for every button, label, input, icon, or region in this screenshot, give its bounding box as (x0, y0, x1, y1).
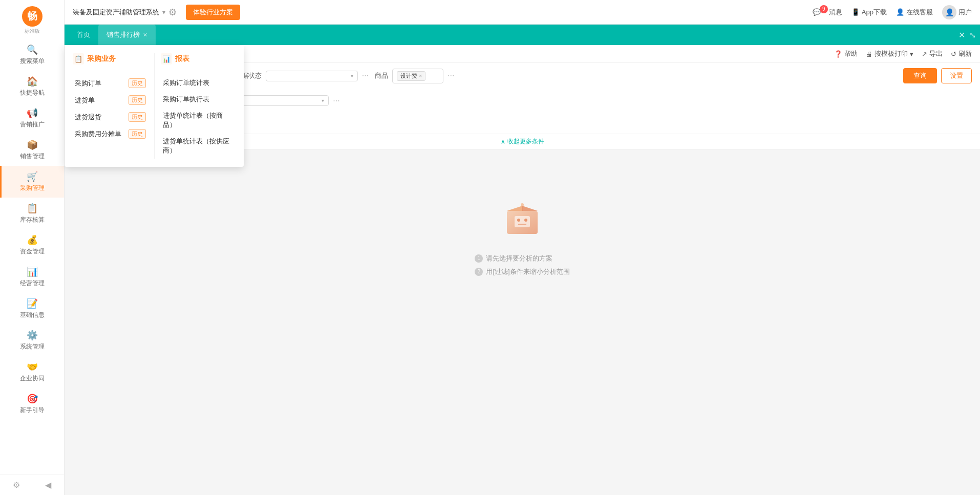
toolbar-print[interactable]: 🖨 按模板打印 ▾ (866, 49, 913, 58)
tab-home[interactable]: 首页 (69, 25, 98, 45)
dropdown-item-inbound-stats-goods[interactable]: 进货单统计表（按商品） (161, 107, 236, 133)
doc-status-caret: ▾ (351, 73, 353, 79)
topbar-message[interactable]: 💬 9 消息 (813, 8, 842, 17)
dropdown-divider (154, 53, 155, 159)
sidebar-item-quicknav-label: 快捷导航 (20, 89, 45, 97)
topbar-right: 💬 9 消息 📱 App下载 👤 在线客服 👤 用户 (813, 5, 972, 19)
sidebar-item-finance-label: 资金管理 (20, 247, 45, 256)
dropdown-item-inbound-stats-supplier[interactable]: 进货单统计表（按供应商） (161, 133, 236, 159)
sidebar-item-finance[interactable]: 💰 资金管理 (0, 229, 64, 261)
tab-sales-rank-label: 销售排行榜 (106, 30, 140, 39)
sidebar-item-sales[interactable]: 📦 销售管理 (0, 134, 64, 166)
dropdown-item-expense[interactable]: 采购费用分摊单 历史 (73, 125, 148, 142)
setting-button[interactable]: 设置 (941, 68, 972, 83)
goods-tag-label: 设计费 (400, 72, 417, 80)
toolbar-help[interactable]: ❓ 帮助 (834, 49, 858, 58)
empty-tips: 1 请先选择要分析的方案 2 用[过滤]条件来缩小分析范围 (475, 252, 569, 278)
export-label: 导出 (929, 49, 943, 58)
return-badge: 历史 (129, 112, 146, 122)
sidebar-item-system[interactable]: ⚙️ 系统管理 (0, 325, 64, 356)
operations-icon: 📊 (27, 266, 38, 277)
sidebar-logo: 畅 标准版 (0, 0, 64, 39)
sidebar-item-sales-label: 销售管理 (20, 152, 45, 161)
topbar-app-download[interactable]: 📱 App下载 (851, 8, 887, 17)
sidebar-item-quicknav[interactable]: 🏠 快捷导航 (0, 71, 64, 102)
topbar-industry-btn[interactable]: 体验行业方案 (186, 5, 240, 20)
topbar-settings-icon[interactable]: ⚙ (168, 7, 177, 18)
tab-sales-rank[interactable]: 销售排行榜 ✕ (98, 25, 156, 45)
dropdown-item-return[interactable]: 进货退货 历史 (73, 109, 148, 125)
toolbar-export[interactable]: ↗ 导出 (922, 49, 943, 58)
topbar-online-service[interactable]: 👤 在线客服 (896, 8, 933, 17)
salesperson-ellipsis[interactable]: ··· (333, 96, 339, 105)
logo-subtitle: 标准版 (25, 28, 40, 35)
dropdown-report-col: 📊 报表 采购订单统计表 采购订单执行表 进货单统计表（按商品） 进货单统计表（… (161, 53, 236, 159)
sidebar-item-inventory[interactable]: 📋 库存核算 (0, 198, 64, 229)
goods-ellipsis[interactable]: ··· (448, 71, 454, 80)
purchase-order-badge: 历史 (129, 78, 146, 88)
sidebar-item-marketing[interactable]: 📢 营销推广 (0, 102, 64, 134)
refresh-label: 刷新 (958, 49, 972, 58)
sidebar-item-basicinfo[interactable]: 📝 基础信息 (0, 293, 64, 325)
report-col-label: 报表 (175, 54, 189, 63)
topbar-title-arrow: ▾ (162, 9, 165, 16)
svg-text:畅: 畅 (27, 10, 37, 21)
dropdown-purchase-col: 📋 采购业务 采购订单 历史 进货单 历史 进货退货 历史 采购费用分摊单 历史 (73, 53, 148, 159)
sidebar-item-search[interactable]: 🔍 搜索菜单 (0, 39, 64, 71)
sidebar-bottom: ⚙ ◀ (0, 475, 64, 495)
app-download-icon: 📱 (851, 8, 860, 16)
inbound-badge: 历史 (129, 95, 146, 105)
sidebar-settings-btn[interactable]: ⚙ (13, 480, 20, 490)
tabbar-maximize-icon[interactable]: ⤡ (969, 30, 976, 40)
tab-sales-rank-close[interactable]: ✕ (143, 32, 147, 38)
help-icon: ❓ (834, 50, 842, 58)
topbar-title-area: 装备及固定资产辅助管理系统 ▾ ⚙ 体验行业方案 (73, 5, 813, 20)
export-icon: ↗ (922, 50, 927, 58)
doc-status-ellipsis[interactable]: ··· (362, 71, 369, 80)
help-label: 帮助 (844, 49, 858, 58)
collapse-label: 收起更多条件 (507, 137, 544, 146)
toolbar-refresh[interactable]: ↺ 刷新 (951, 49, 972, 58)
dropdown-item-order-stats[interactable]: 采购订单统计表 (161, 75, 236, 91)
system-icon: ⚙️ (27, 330, 38, 341)
sidebar-item-purchase[interactable]: 🛒 采购管理 (0, 166, 64, 198)
salesperson-select[interactable]: ▾ (237, 95, 329, 106)
tabbar: 首页 销售排行榜 ✕ ✕ ⤡ (65, 25, 980, 45)
sidebar-item-purchase-label: 采购管理 (20, 184, 45, 192)
sidebar-item-inventory-label: 库存核算 (20, 216, 45, 224)
dropdown-item-inbound[interactable]: 进货单 历史 (73, 92, 148, 109)
app-logo-icon: 畅 (22, 6, 42, 27)
dropdown-report-title: 📊 报表 (161, 53, 236, 69)
online-service-label: 在线客服 (906, 8, 933, 17)
topbar: 装备及固定资产辅助管理系统 ▾ ⚙ 体验行业方案 💬 9 消息 📱 App下载 … (65, 0, 980, 25)
sidebar-item-enterprise[interactable]: 🤝 企业协同 (0, 356, 64, 388)
expense-badge: 历史 (129, 129, 146, 139)
svg-rect-8 (518, 224, 526, 225)
print-arrow-icon: ▾ (910, 50, 913, 58)
topbar-system-title: 装备及固定资产辅助管理系统 (73, 8, 159, 17)
goods-input[interactable]: 设计费 × (392, 69, 443, 83)
purchase-icon: 🛒 (27, 171, 38, 182)
sidebar-item-guide[interactable]: 🎯 新手引导 (0, 388, 64, 420)
dropdown-purchase-title: 📋 采购业务 (73, 53, 148, 69)
sidebar-collapse-btn[interactable]: ◀ (45, 480, 51, 490)
sidebar-item-guide-label: 新手引导 (20, 406, 45, 415)
query-button[interactable]: 查询 (903, 68, 937, 83)
svg-point-6 (517, 219, 520, 222)
inventory-icon: 📋 (27, 203, 38, 214)
goods-tag-remove[interactable]: × (419, 73, 422, 79)
empty-state-icon (497, 190, 548, 242)
dropdown-item-purchase-order[interactable]: 采购订单 历史 (73, 75, 148, 92)
user-avatar: 👤 (942, 5, 956, 19)
online-service-icon: 👤 (896, 8, 904, 16)
print-label: 按模板打印 (875, 49, 908, 58)
topbar-user[interactable]: 👤 用户 (942, 5, 972, 19)
dropdown-item-order-exec[interactable]: 采购订单执行表 (161, 91, 236, 107)
tabbar-close-icon[interactable]: ✕ (958, 30, 965, 40)
doc-status-select[interactable]: ▾ (266, 71, 358, 81)
tab-home-label: 首页 (77, 30, 90, 39)
sidebar-item-operations[interactable]: 📊 经营管理 (0, 261, 64, 293)
app-download-label: App下载 (862, 8, 887, 17)
marketing-icon: 📢 (27, 107, 38, 119)
report-col-icon: 📊 (161, 53, 172, 64)
